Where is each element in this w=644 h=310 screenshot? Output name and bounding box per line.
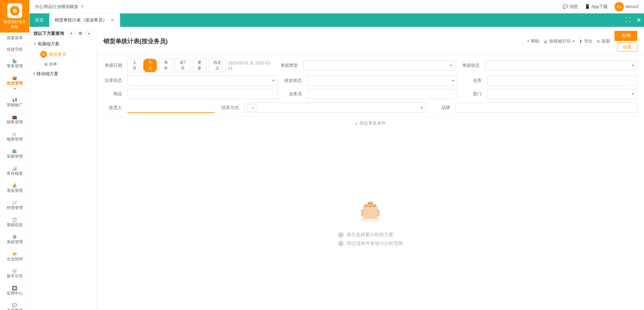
sidebar-item-system-label: 系统管理	[2, 239, 28, 245]
sidebar-item-marketing[interactable]: 📢 营销推广	[0, 94, 29, 111]
tab-restore-btn[interactable]: ✕	[636, 16, 641, 24]
tip-text-1: 请先选择要分析的方案	[346, 232, 393, 238]
left-panel-title: 按以下方案查询	[34, 31, 64, 37]
doc-type-label: 单据类型	[279, 62, 298, 68]
receipt-status-select[interactable]	[307, 75, 458, 86]
department-select[interactable]	[487, 89, 637, 99]
print-icon: 🖨	[543, 39, 548, 44]
sidebar-item-ecommerce-label: 电商管理	[2, 137, 28, 142]
filter-row-2: 出库状态 收款状态 仓库 ···	[103, 75, 637, 86]
sidebar-item-inventory-label: 库存核算	[2, 171, 28, 176]
page-actions: ? 帮助 🖨 按模板打印 ⬇ 导出 ↻ 刷新	[527, 31, 637, 52]
sidebar-item-system[interactable]: ⚙️ 系统管理	[0, 231, 29, 248]
tab-home-label: 首页	[35, 17, 44, 23]
help-icon: ?	[527, 39, 529, 44]
logo-text: 畅捷通好生意 标版	[2, 19, 28, 29]
wechat-work-icon: 💬	[2, 303, 28, 308]
refresh-btn[interactable]: ↻ 刷新	[597, 38, 610, 44]
collapse-btn[interactable]: ∧ 收起更多条件	[355, 119, 386, 127]
date-7days-btn[interactable]: 近7天	[175, 59, 191, 72]
sidebar-item-inventory[interactable]: 📊 库存核算	[0, 163, 29, 180]
tab-home[interactable]: 首页	[30, 13, 49, 27]
date-label: 单据日期	[103, 62, 122, 68]
query-button[interactable]: 查询	[614, 31, 637, 41]
settlement-select[interactable]: ×	[244, 103, 426, 113]
sidebar-item-wholesale[interactable]: 📦 批发管理	[0, 72, 29, 94]
help-btn[interactable]: ? 帮助	[527, 38, 539, 44]
sidebar-logo[interactable]: 畅 畅捷通好生意 标版	[0, 0, 29, 33]
search-menu-item[interactable]: 搜索菜单	[0, 33, 29, 44]
collapse-panel-btn[interactable]: «	[86, 30, 92, 37]
date-custom-btn[interactable]: 自定义	[209, 59, 226, 72]
doc-status-select[interactable]	[485, 60, 637, 70]
sidebar-item-wechat-work[interactable]: 💬 企业微信	[0, 300, 29, 310]
left-panel-actions: + ⚙ «	[68, 30, 92, 37]
filter-row-1: 单据日期 上月 本月 本年 近7天 更多 自定义 2023-03-01 至 20…	[103, 59, 637, 72]
sidebar-item-management[interactable]: 📈 经营管理	[0, 197, 29, 214]
retail-icon: 🏪	[2, 59, 28, 63]
scheme-sub-item-by-order[interactable]: ⊞ 按单	[34, 60, 92, 69]
date-more-btn[interactable]: 更多	[193, 59, 207, 72]
goods-dots: ···	[270, 91, 275, 97]
scheme-item-by-salesperson[interactable]: 按 按业务员	[34, 49, 92, 60]
sidebar-item-purchase-label: 采购管理	[2, 154, 28, 159]
recipient-label: 收货人	[103, 105, 122, 111]
date-last-month-btn[interactable]: 上月	[127, 59, 141, 72]
sidebar-item-app-center[interactable]: 🔲 应用中心	[0, 282, 29, 300]
app-download-item[interactable]: 📱 App下载	[585, 4, 608, 10]
goods-label: 商品	[103, 91, 122, 97]
salesperson-label: 业务员	[283, 91, 302, 97]
sidebar-item-purchase[interactable]: 🛍️ 采购管理	[0, 146, 29, 163]
sidebar-item-sales[interactable]: 💼 销售管理	[0, 111, 29, 128]
settlement-tag-close[interactable]: ×	[252, 105, 254, 110]
date-this-month-btn[interactable]: 本月	[143, 59, 157, 72]
management-icon: 📈	[2, 200, 28, 205]
sidebar-item-retail[interactable]: 🏪 零售管理	[0, 55, 29, 72]
user-name: demo2	[625, 4, 639, 9]
filter-section: 单据日期 上月 本月 本年 近7天 更多 自定义 2023-03-01 至 20…	[97, 55, 644, 131]
add-scheme-btn[interactable]: +	[68, 30, 75, 37]
settings-scheme-btn[interactable]: ⚙	[77, 30, 84, 37]
scheme-group-mobile-title[interactable]: 移动端方案	[34, 69, 92, 79]
user-item[interactable]: Ea demo2	[614, 2, 639, 11]
settings-button[interactable]: 设置	[617, 42, 637, 52]
guide-icon: 🧭	[2, 269, 28, 273]
salesperson-select[interactable]: ···	[307, 89, 458, 99]
message-item[interactable]: 💬 消息	[562, 4, 578, 10]
goods-select[interactable]: ···	[127, 89, 278, 99]
sidebar-item-finance[interactable]: 💰 资金管理	[0, 180, 29, 197]
svg-text:畅: 畅	[12, 8, 17, 13]
receipt-status-label: 收款状态	[283, 78, 302, 84]
recipient-input[interactable]	[130, 102, 208, 112]
tab-report[interactable]: 销货单统计表（按业务员） ✕	[49, 13, 120, 27]
logo-icon: 畅	[7, 3, 22, 18]
search-menu-label: 搜索菜单	[0, 35, 29, 41]
brand-select[interactable]: ···	[455, 103, 637, 113]
scheme-group-desktop-title[interactable]: 电脑端方案	[34, 39, 92, 49]
department-label: 部门	[463, 91, 482, 97]
app-center-icon: 🔲	[2, 286, 28, 291]
sidebar-item-basic-info[interactable]: 📋 基础信息	[0, 214, 29, 231]
avatar: Ea	[614, 2, 624, 11]
sidebar-item-marketing-label: 营销推广	[2, 102, 28, 108]
doc-type-select[interactable]	[303, 60, 455, 70]
out-status-select[interactable]	[127, 75, 278, 86]
help-label: 帮助	[531, 38, 539, 44]
tab-close-btn[interactable]: ✕	[110, 17, 114, 23]
date-this-year-btn[interactable]: 本年	[159, 59, 173, 72]
page-title: 销货单统计表(按业务员)	[103, 37, 168, 45]
tab-maximize-btn[interactable]: ⛶	[626, 17, 631, 23]
brand-label: 品牌	[431, 105, 450, 111]
export-btn[interactable]: ⬇ 导出	[579, 38, 593, 44]
sidebar-item-enterprise[interactable]: 🤝 企业协同	[0, 248, 29, 265]
enterprise-icon: 🤝	[2, 252, 28, 256]
print-btn[interactable]: 🖨 按模板打印	[543, 38, 575, 44]
warehouse-select[interactable]: ···	[487, 75, 637, 86]
app-name-dropdown-icon[interactable]	[81, 6, 84, 7]
sidebar-item-guide[interactable]: 🧭 新手引导	[0, 265, 29, 282]
svg-rect-3	[363, 206, 378, 219]
quick-nav-item[interactable]: 快捷导航	[0, 44, 29, 55]
sidebar-item-ecommerce[interactable]: 🛒 电商管理	[0, 128, 29, 146]
empty-tip-2: 2 用过滤条件来缩小分析范围	[338, 241, 403, 247]
purchase-icon: 🛍️	[2, 149, 28, 154]
